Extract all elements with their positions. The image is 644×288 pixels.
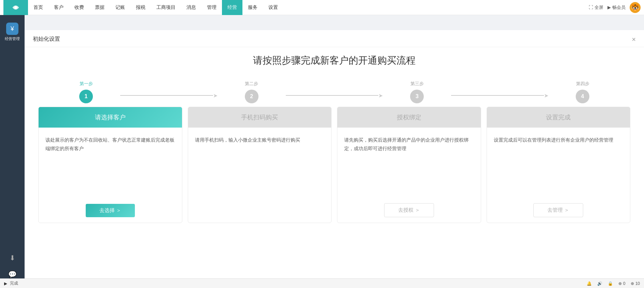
svg-point-0 (14, 6, 17, 9)
arrow-1-2: ➤ (213, 92, 218, 99)
card-4-body: 设置完成后可以在管理列表进行所有企业用户的经营管理 (487, 128, 630, 198)
fullscreen-icon: ⛶ (589, 5, 593, 10)
status-play-icon: ▶ (4, 281, 7, 286)
connector-3-4: ➤ (451, 86, 548, 99)
sound-icon: 🔊 (597, 281, 602, 286)
download-icon[interactable]: ⬇ (5, 251, 19, 265)
connector-2-3: ➤ (286, 86, 383, 99)
step-1-label: 第一步 (80, 81, 93, 87)
card-1-footer: 去选择 ＞ (39, 198, 182, 223)
nav-home[interactable]: 首页 (28, 0, 48, 15)
card-4-header: 设置完成 (487, 107, 630, 128)
arrow-3-4: ➤ (544, 92, 548, 99)
nav-right: ⛶ 全屏 ▶ 畅会员 🐯 (589, 2, 641, 13)
nav-customer[interactable]: 客户 (48, 0, 69, 15)
connector-1-2: ➤ (120, 86, 218, 99)
status-bar-right: 🔔 🔊 🔒 ⊕ 0 ⊕ 10 (587, 281, 640, 286)
card-2-header: 手机扫码购买 (188, 107, 332, 128)
go-auth-button[interactable]: 去授权 ＞ (384, 203, 434, 217)
nav-accounting[interactable]: 记账 (110, 0, 130, 15)
go-manage-button[interactable]: 去管理 ＞ (533, 203, 583, 217)
step-4-label: 第四步 (576, 81, 589, 87)
card-qr-buy: 手机扫码购买 请用手机扫码，输入小微企业主账号密码进行购买 (188, 107, 332, 223)
counter-10: ⊕ 10 (631, 281, 640, 286)
nav-manage[interactable]: 管理 (201, 0, 222, 15)
fullscreen-btn[interactable]: ⛶ 全屏 (589, 4, 603, 11)
card-3-body: 请先购买，购买后选择开通的产品中的企业用户进行授权绑定，成功后即可进行经营管理 (337, 128, 481, 198)
nav-fee[interactable]: 收费 (69, 0, 89, 15)
status-bar-left: ▶ 完成 (4, 280, 18, 286)
nav-settings[interactable]: 设置 (263, 0, 283, 15)
close-button[interactable]: × (632, 36, 636, 43)
card-2-body: 请用手机扫码，输入小微企业主账号密码进行购买 (188, 128, 332, 212)
card-4-footer: 去管理 ＞ (487, 198, 630, 223)
step-1-block: 第一步 1 (52, 81, 120, 103)
main-title: 请按照步骤完成新客户的开通购买流程 (38, 54, 630, 67)
card-3-header: 授权绑定 (337, 107, 481, 128)
steps-flow: 第一步 1 ➤ 第二步 2 ➤ (38, 81, 630, 103)
sidebar: ¥ 经营管理 ⬇ 💬 (0, 15, 25, 288)
card-3-footer: 去授权 ＞ (337, 198, 481, 223)
operation-icon: ¥ (6, 23, 18, 35)
step-4-block: 第四步 4 (548, 81, 617, 103)
step-2-block: 第二步 2 (218, 81, 286, 103)
lock-icon: 🔒 (608, 281, 613, 286)
top-nav: 首页 客户 收费 票据 记账 报税 工商项目 消息 管理 经营 服务 设置 ⛶ … (0, 0, 644, 15)
step-1-circle: 1 (79, 90, 93, 103)
nav-service[interactable]: 服务 (242, 0, 263, 15)
nav-business[interactable]: 工商项目 (151, 0, 181, 15)
status-bar: ▶ 完成 🔔 🔊 🔒 ⊕ 0 ⊕ 10 (0, 278, 644, 288)
step-2-label: 第二步 (245, 81, 258, 87)
nav-operation[interactable]: 经营 (222, 0, 242, 15)
step-2-circle: 2 (245, 90, 258, 103)
counter-0: ⊕ 0 (618, 281, 625, 286)
play-icon: ▶ (607, 5, 611, 10)
nav-message[interactable]: 消息 (181, 0, 201, 15)
arrow-2-3: ➤ (378, 92, 383, 99)
card-setup-done: 设置完成 设置完成后可以在管理列表进行所有企业用户的经营管理 去管理 ＞ (487, 107, 631, 223)
nav-tax[interactable]: 报税 (130, 0, 151, 15)
step-4-circle: 4 (576, 90, 589, 103)
step-3-block: 第三步 3 (383, 81, 451, 103)
card-auth-bind: 授权绑定 请先购买，购买后选择开通的产品中的企业用户进行授权绑定，成功后即可进行… (337, 107, 481, 223)
nav-invoice[interactable]: 票据 (89, 0, 110, 15)
nav-logo (3, 0, 28, 15)
notify-icon: 🔔 (587, 281, 592, 286)
page-title: 初始化设置 (33, 36, 60, 43)
vip-btn[interactable]: ▶ 畅会员 (607, 4, 626, 11)
card-1-body: 该处展示的客户为不在回收站、客户状态正常建账后完成老板端绑定的所有客户 (39, 128, 182, 198)
card-1-header: 请选择客户 (39, 107, 182, 128)
status-text: 完成 (10, 280, 18, 286)
card-select-customer: 请选择客户 该处展示的客户为不在回收站、客户状态正常建账后完成老板端绑定的所有客… (38, 107, 182, 223)
page-header: 初始化设置 × (25, 30, 644, 47)
sidebar-item-operation[interactable]: ¥ 经营管理 (0, 18, 25, 45)
nav-items: 首页 客户 收费 票据 记账 报税 工商项目 消息 管理 经营 服务 设置 (28, 0, 589, 15)
cards-row: 请选择客户 该处展示的客户为不在回收站、客户状态正常建账后完成老板端绑定的所有客… (38, 107, 630, 223)
card-2-footer (188, 212, 332, 223)
user-avatar[interactable]: 🐯 (630, 2, 641, 13)
content-area: 请按照步骤完成新客户的开通购买流程 第一步 1 ➤ 第二步 2 (25, 47, 644, 230)
step-3-circle: 3 (410, 90, 424, 103)
step-3-label: 第三步 (410, 81, 424, 87)
main-content: 初始化设置 × 请按照步骤完成新客户的开通购买流程 第一步 1 ➤ 第二步 (25, 30, 644, 288)
go-select-button[interactable]: 去选择 ＞ (86, 204, 135, 217)
